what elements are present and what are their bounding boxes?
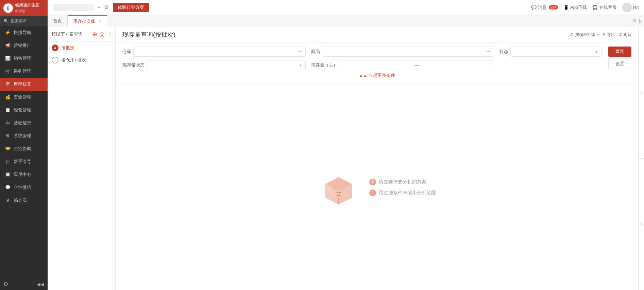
system-icon: ⚙ bbox=[5, 133, 11, 139]
inventory-amount-value: — bbox=[414, 63, 419, 68]
print-dropdown-icon[interactable]: ▾ bbox=[597, 32, 599, 37]
sidebar-item-appstore[interactable]: 🔲 应用中心 bbox=[0, 168, 48, 181]
sidebar-search[interactable]: 🔍 搜索菜单 bbox=[0, 16, 48, 26]
warehouse-label: 仓库 bbox=[122, 49, 131, 55]
message-icon: 💬 bbox=[531, 5, 537, 10]
app-logo: 6 bbox=[3, 3, 13, 13]
right-panel: 现存量查询(按批次) 🖨 按模板打印 ▾ ⬆ 导出 ↺ 刷新 bbox=[116, 27, 638, 290]
topbar-search-input[interactable] bbox=[53, 4, 94, 11]
topbar-left: ▾ ⚙ 体验行业方案 bbox=[53, 3, 149, 12]
inventory-status-select[interactable]: ▾ bbox=[147, 60, 306, 70]
sidebar-item-marketing[interactable]: 📢 营销推广 bbox=[0, 39, 48, 52]
hint-item-1: 1 请先选择要分析的方案 bbox=[369, 179, 436, 185]
sidebar-item-label: 应用中心 bbox=[14, 171, 31, 178]
plan-batch-label: 按批次 bbox=[61, 45, 74, 51]
sidebar-item-newbie[interactable]: 🎓 新手引导 bbox=[0, 155, 48, 168]
app-download-item[interactable]: 📱 App下载 bbox=[563, 4, 587, 11]
messages-badge: 99+ bbox=[549, 5, 558, 10]
product-field: 商品 ••• bbox=[311, 47, 494, 57]
sidebar: 6 畅康通好生意 标准版 🔍 搜索菜单 ⚡ 快捷导航 📢 营销推广 📊 销售管理… bbox=[0, 0, 48, 290]
warehouse-field: 仓库 ••• bbox=[122, 47, 306, 57]
product-input[interactable]: ••• bbox=[322, 47, 494, 57]
left-panel-header: 按以下方案查询 ⊕ ◎ 《 bbox=[48, 27, 115, 42]
sidebar-item-quick-nav[interactable]: ⚡ 快捷导航 bbox=[0, 26, 48, 39]
wechat-icon: 💬 bbox=[5, 184, 11, 191]
inventory-status-dropdown-icon: ▾ bbox=[300, 63, 302, 68]
svg-point-5 bbox=[339, 192, 341, 193]
inventory-status-field: 现存量状态 ▾ bbox=[122, 60, 306, 70]
plan-batch-icon: ● bbox=[52, 44, 58, 51]
messages-label: 消息 bbox=[538, 4, 547, 11]
refresh-btn[interactable]: ↺ 刷新 bbox=[618, 32, 631, 38]
basic-icon: 🗂 bbox=[5, 120, 11, 126]
tab-home[interactable]: 首页 bbox=[48, 15, 68, 27]
settings-icon[interactable]: ⚙ bbox=[3, 281, 8, 287]
sidebar-item-finance[interactable]: 💰 资金管理 bbox=[0, 91, 48, 104]
svg-point-6 bbox=[333, 187, 335, 191]
status-label: 状态 bbox=[499, 49, 508, 55]
search-icon: 🔍 bbox=[3, 19, 9, 23]
collapse-label: 收起更多条件 bbox=[369, 72, 395, 78]
collapse-left-panel-btn[interactable]: 《 bbox=[107, 31, 111, 37]
collapse-sidebar-icon[interactable]: ◀◀ bbox=[37, 282, 44, 287]
sidebar-search-label: 搜索菜单 bbox=[11, 18, 27, 24]
messages-item[interactable]: 💬 消息 99+ bbox=[531, 4, 558, 11]
filter-row-2: 现存量状态 ▾ 现存量（主） — bbox=[122, 60, 601, 70]
sidebar-item-system[interactable]: ⚙ 系统管理 bbox=[0, 129, 48, 142]
svg-point-7 bbox=[343, 187, 345, 191]
tab-close-icon[interactable]: × bbox=[99, 19, 101, 24]
sidebar-item-enterprise[interactable]: 🤝 企业协同 bbox=[0, 142, 48, 155]
sidebar-item-wechat[interactable]: 💬 企业微信 bbox=[0, 181, 48, 194]
warehouse-input[interactable]: ••• bbox=[133, 47, 306, 57]
topbar: ▾ ⚙ 体验行业方案 💬 消息 99+ 📱 App下载 🎧 在线客服 Rit bbox=[48, 0, 644, 15]
sidebar-item-label: 采购管理 bbox=[14, 68, 31, 74]
tab-batch-inventory-label: 库存批次账 bbox=[73, 18, 95, 24]
left-panel-actions: ⊕ ◎ 《 bbox=[92, 31, 111, 38]
topbar-gear-icon[interactable]: ⚙ bbox=[104, 4, 109, 11]
scroll-down-btn[interactable]: ▼ bbox=[639, 159, 644, 290]
collapse-filters-btn[interactable]: ▲▲ 收起更多条件 bbox=[122, 70, 631, 80]
plan-item-warehouse-batch[interactable]: ○ 按仓库+批次 bbox=[48, 54, 115, 66]
sidebar-item-operations[interactable]: 📋 经营管理 bbox=[0, 104, 48, 116]
plan-item-batch[interactable]: ● 按批次 bbox=[48, 42, 115, 54]
export-btn[interactable]: ⬆ 导出 bbox=[602, 32, 615, 38]
avatar bbox=[622, 3, 632, 12]
add-plan-btn[interactable]: ⊕ bbox=[92, 31, 97, 38]
collapse-up-icon: ▲▲ bbox=[359, 73, 368, 78]
online-support-label: 在线客服 bbox=[599, 4, 617, 11]
empty-state-text: 1 请先选择要分析的方案 2 用过滤条件来缩小分析范围 bbox=[369, 179, 436, 196]
app-edition: 标准版 bbox=[15, 9, 39, 14]
enterprise-icon: 🤝 bbox=[5, 146, 11, 152]
query-button[interactable]: 查询 bbox=[608, 47, 631, 57]
product-label: 商品 bbox=[311, 49, 320, 55]
status-select[interactable]: ▾ bbox=[510, 47, 601, 57]
online-support-item[interactable]: 🎧 在线客服 bbox=[592, 4, 617, 11]
sidebar-item-inventory[interactable]: 📦 库存核算 bbox=[0, 78, 48, 91]
sidebar-item-sales[interactable]: 📊 销售管理 bbox=[0, 52, 48, 65]
close-tab-panel-btn[interactable]: × bbox=[631, 17, 638, 24]
tabs-bar: 首页 库存批次账 × × ❯ bbox=[48, 15, 644, 27]
inventory-amount-input[interactable]: — bbox=[340, 60, 494, 70]
sidebar-item-label: 畅会员 bbox=[14, 197, 27, 203]
status-dropdown-icon: ▾ bbox=[595, 49, 598, 54]
print-btn[interactable]: 🖨 按模板打印 ▾ bbox=[570, 32, 599, 38]
tab-batch-inventory[interactable]: 库存批次账 × bbox=[68, 15, 107, 27]
topbar-dropdown-icon[interactable]: ▾ bbox=[98, 5, 100, 10]
sidebar-item-member[interactable]: V 畅会员 bbox=[0, 194, 48, 207]
user-item[interactable]: Rit bbox=[622, 3, 639, 12]
app-download-label: App下载 bbox=[570, 4, 587, 11]
content-area: 按以下方案查询 ⊕ ◎ 《 ● 按批次 ○ 按仓库+批次 现存量查询(按批次) bbox=[48, 27, 644, 290]
scroll-up-btn[interactable]: ▲ bbox=[639, 27, 644, 159]
settings-plan-btn[interactable]: ◎ bbox=[99, 31, 105, 38]
filter-row-1: 仓库 ••• 商品 ••• bbox=[122, 47, 601, 57]
tab-panel-expand-icon[interactable]: ❯ bbox=[638, 19, 644, 23]
settings-button[interactable]: 设置 bbox=[608, 59, 631, 69]
page-header: 现存量查询(按批次) 🖨 按模板打印 ▾ ⬆ 导出 ↺ 刷新 bbox=[116, 27, 638, 42]
experience-btn[interactable]: 体验行业方案 bbox=[113, 3, 149, 12]
page-actions: 🖨 按模板打印 ▾ ⬆ 导出 ↺ 刷新 bbox=[570, 32, 631, 38]
sidebar-item-basic[interactable]: 🗂 基础信息 bbox=[0, 116, 48, 129]
sidebar-item-label: 销售管理 bbox=[14, 55, 31, 61]
sidebar-item-label: 经营管理 bbox=[14, 107, 31, 113]
empty-state: 1 请先选择要分析的方案 2 用过滤条件来缩小分析范围 bbox=[116, 85, 638, 290]
sidebar-item-purchase[interactable]: 🛒 采购管理 bbox=[0, 65, 48, 78]
